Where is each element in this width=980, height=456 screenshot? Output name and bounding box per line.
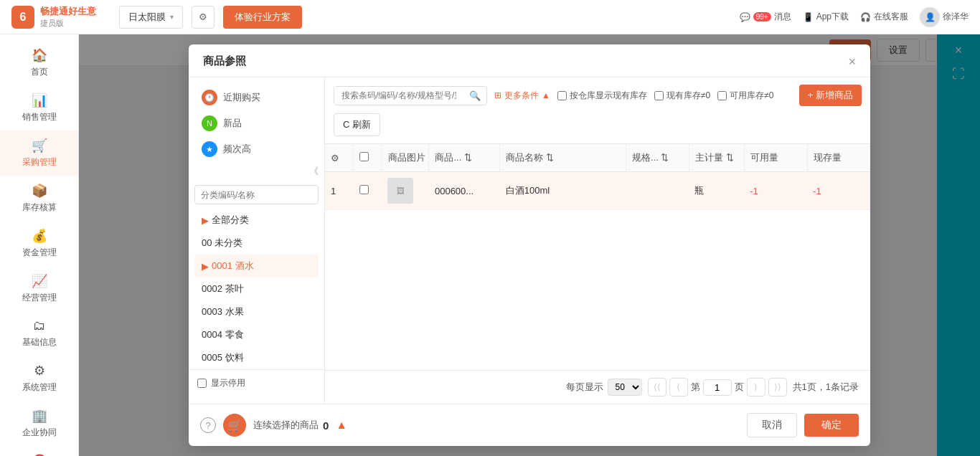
footer-right: 取消 确定 xyxy=(747,413,859,437)
new-icon: N xyxy=(202,115,217,131)
messages-button[interactable]: 💬 99+ 消息 xyxy=(740,11,791,23)
warehouse-display-checkbox-label[interactable]: 按仓库显示现有库存 xyxy=(557,90,647,102)
filter-icon: ⊞ xyxy=(494,90,501,100)
sidebar-item-inventory[interactable]: 📦 库存核算 xyxy=(0,176,78,221)
logo-text: 畅捷通好生意 捷员版 xyxy=(40,5,96,29)
modal-title: 商品参照 xyxy=(203,54,246,68)
operations-icon: 📈 xyxy=(32,273,47,289)
sidebar-item-label: 库存核算 xyxy=(22,201,57,214)
cat-item-tea[interactable]: 0002 茶叶 xyxy=(194,277,319,300)
sidebar-item-label: 企业协同 xyxy=(22,427,57,439)
guide-icon: 🎯 xyxy=(32,453,47,456)
modal-overlay: 商品参照 × 🕐 近期购买 N 新 xyxy=(79,34,980,456)
category-search-icon[interactable]: 🔍 xyxy=(314,186,319,204)
row-checkbox xyxy=(354,172,382,210)
table-refresh-button[interactable]: C 刷新 xyxy=(334,113,380,136)
sidebar-item-label: 采购管理 xyxy=(22,156,57,168)
header-middle: 日太阳膜 ▾ ⚙ 体验行业方案 xyxy=(105,6,740,29)
sidebar-item-sales[interactable]: 📊 销售管理 xyxy=(0,85,78,130)
category-search-input[interactable] xyxy=(195,186,314,204)
store-selector[interactable]: 日太阳膜 ▾ xyxy=(119,6,183,29)
collapse-icon: 《 xyxy=(309,165,319,178)
product-table-wrap: ⚙ 商品图片 商品... ⇅ xyxy=(325,144,870,370)
main-layout: 🏠 首页 📊 销售管理 🛒 采购管理 📦 库存核算 💰 资金管理 📈 经营管理 … xyxy=(0,34,980,456)
page-size-select: 每页显示 50 xyxy=(566,379,642,396)
filter-bar: 🔍 ⊞ 更多条件 ▲ 按仓库显示现有库存 xyxy=(325,77,870,144)
modal-footer: ? 🛒 连续选择的商品 0 ▲ 取消 确定 xyxy=(189,404,870,446)
table-settings-icon[interactable]: ⚙ xyxy=(331,153,339,163)
sidebar-item-purchase[interactable]: 🛒 采购管理 xyxy=(0,130,78,176)
product-search-input[interactable] xyxy=(334,87,463,104)
online-service-button[interactable]: 🎧 在线客服 xyxy=(860,11,908,23)
last-page-button[interactable]: ⟩⟩ xyxy=(768,378,787,396)
available-stock-checkbox[interactable] xyxy=(717,91,727,100)
sidebar-item-guide[interactable]: 🎯 新手引导 xyxy=(0,446,78,456)
sidebar-item-finance[interactable]: 💰 资金管理 xyxy=(0,221,78,266)
first-page-button[interactable]: ⟨⟨ xyxy=(648,378,666,396)
cart-icon-button[interactable]: 🛒 xyxy=(223,414,246,437)
finance-icon: 💰 xyxy=(32,228,47,244)
sidebar-item-home[interactable]: 🏠 首页 xyxy=(0,40,78,85)
new-goods-button[interactable]: + 新增商品 xyxy=(799,85,862,106)
product-thumbnail: 🖼 xyxy=(387,178,413,204)
display-disabled-area: 显示停用 xyxy=(189,369,324,396)
prev-page-button[interactable]: ⟨ xyxy=(669,378,688,396)
cat-item-fruit[interactable]: 0003 水果 xyxy=(194,300,319,323)
sidebar-item-system[interactable]: ⚙ 系统管理 xyxy=(0,356,78,401)
quick-item-recent[interactable]: 🕐 近期购买 xyxy=(194,85,319,110)
cat-item-beverage[interactable]: 0005 饮料 xyxy=(194,346,319,369)
page-unit: 页 xyxy=(735,381,744,394)
modal-body: 🕐 近期购买 N 新品 ★ 频次高 xyxy=(189,77,870,404)
row-image: 🖼 xyxy=(382,172,429,210)
collapse-button[interactable]: 《 xyxy=(189,162,324,181)
sidebar-item-enterprise[interactable]: 🏢 企业协同 xyxy=(0,401,78,446)
quick-items: 🕐 近期购买 N 新品 ★ 频次高 xyxy=(189,85,324,162)
cancel-button[interactable]: 取消 xyxy=(747,413,797,437)
col-name-header[interactable]: 商品名称 ⇅ xyxy=(500,144,626,172)
next-page-button[interactable]: ⟩ xyxy=(747,378,765,396)
select-all-checkbox[interactable] xyxy=(359,152,369,161)
cat-item-snack[interactable]: 0004 零食 xyxy=(194,323,319,346)
cat-item-uncategorized[interactable]: 00 未分类 xyxy=(194,232,319,255)
col-checkbox xyxy=(354,144,382,172)
enterprise-icon: 🏢 xyxy=(32,408,47,424)
has-stock-checkbox[interactable] xyxy=(654,91,664,100)
frequent-icon: ★ xyxy=(202,141,217,157)
gear-button[interactable]: ⚙ xyxy=(192,6,215,29)
sidebar-item-label: 资金管理 xyxy=(22,247,57,259)
header-right: 💬 99+ 消息 📱 App下载 🎧 在线客服 👤 徐泽华 xyxy=(740,7,969,27)
trial-button[interactable]: 体验行业方案 xyxy=(223,6,302,29)
row-unit: 瓶 xyxy=(689,172,744,210)
available-stock-checkbox-label[interactable]: 可用库存≠0 xyxy=(717,90,773,102)
app-download-button[interactable]: 📱 App下载 xyxy=(803,11,849,23)
sidebar-item-basic-info[interactable]: 🗂 基础信息 xyxy=(0,311,78,356)
col-unit-header[interactable]: 主计量 ⇅ xyxy=(689,144,744,172)
display-disabled-checkbox[interactable] xyxy=(197,379,207,388)
confirm-button[interactable]: 确定 xyxy=(804,414,859,437)
help-icon[interactable]: ? xyxy=(200,417,216,433)
cat-item-liquor[interactable]: ▶ 0001 酒水 xyxy=(194,255,319,277)
page-size-dropdown[interactable]: 50 xyxy=(608,379,642,396)
row-select-checkbox[interactable] xyxy=(359,185,369,194)
sort-icon: ⇅ xyxy=(661,152,669,163)
avatar: 👤 xyxy=(920,7,940,27)
row-no: 1 xyxy=(325,172,354,210)
more-filter-button[interactable]: ⊞ 更多条件 ▲ xyxy=(494,90,550,102)
page-number-input[interactable] xyxy=(703,379,732,396)
warehouse-display-checkbox[interactable] xyxy=(557,91,567,100)
quick-item-frequent[interactable]: ★ 频次高 xyxy=(194,136,319,162)
table-row[interactable]: 1 🖼 000600... 白酒100ml xyxy=(325,172,870,210)
category-list: ▶ 全部分类 00 未分类 ▶ 0001 酒水 0002 茶 xyxy=(189,209,324,369)
user-area[interactable]: 👤 徐泽华 xyxy=(920,7,969,27)
chevron-down-icon: ▾ xyxy=(170,13,174,21)
sidebar-item-operations[interactable]: 📈 经营管理 xyxy=(0,266,78,311)
cat-item-all[interactable]: ▶ 全部分类 xyxy=(194,209,319,232)
col-spec-header[interactable]: 规格... ⇅ xyxy=(626,144,689,172)
row-spec xyxy=(626,172,689,210)
fold-button[interactable]: ▲ xyxy=(336,419,347,432)
has-stock-checkbox-label[interactable]: 现有库存≠0 xyxy=(654,90,710,102)
col-code-header[interactable]: 商品... ⇅ xyxy=(429,144,500,172)
product-search-icon[interactable]: 🔍 xyxy=(463,87,486,105)
quick-item-new[interactable]: N 新品 xyxy=(194,110,319,136)
modal-close-button[interactable]: × xyxy=(848,55,856,68)
